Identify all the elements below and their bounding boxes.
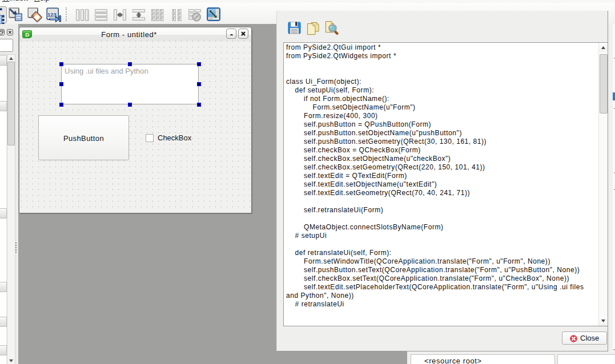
svg-text:123: 123 <box>47 11 57 18</box>
svg-text:D: D <box>25 31 29 38</box>
